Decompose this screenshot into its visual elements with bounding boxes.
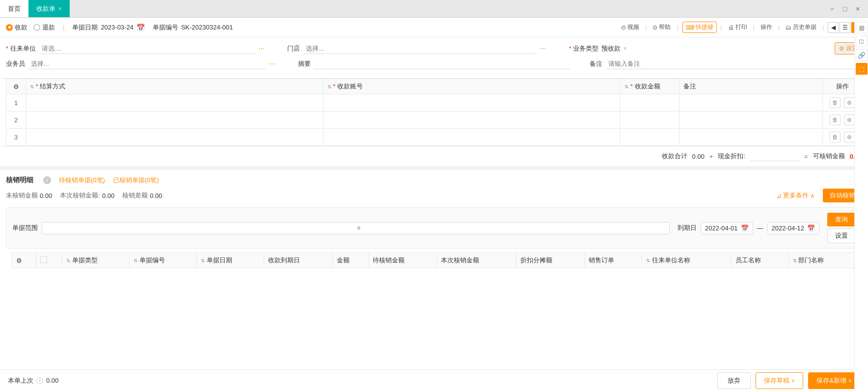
bottom-col-this-time: 本次核销金额 — [437, 253, 516, 268]
copy-icon[interactable]: ⊕ — [844, 132, 855, 142]
form-row-2: 业务员 ··· 摘要 备注 — [6, 58, 862, 69]
minimize-button[interactable]: − — [828, 4, 837, 13]
copy-icon[interactable]: ⊕ — [844, 97, 855, 108]
maximize-button[interactable]: □ — [841, 4, 849, 13]
receipt-radio[interactable]: 收款 — [6, 23, 27, 32]
account-cell[interactable] — [323, 129, 621, 146]
filter-icon: ⊿ — [776, 192, 782, 199]
operate-button[interactable]: 操作 — [759, 22, 774, 32]
help-icon: ⊙ — [652, 24, 657, 31]
info-icon[interactable]: i — [43, 176, 51, 184]
bottom-col-doc-type: ⇅ 单据类型 — [62, 253, 129, 268]
more-cond-label: 更多条件 — [783, 191, 809, 200]
save-draft-button[interactable]: 保存草稿 ∧ — [756, 372, 803, 389]
query-button[interactable]: 查询 — [827, 213, 856, 226]
save-new-button[interactable]: 保存&新增 ∧ — [808, 372, 860, 389]
unchecked-value: 0.00 — [40, 192, 52, 199]
shortcut-icon: ⌨ — [686, 24, 694, 31]
form-row-1: * 往来单位 ··· 门店 ··· * 业务类型 预收款 ▼ ⚙ 设置 — [6, 42, 862, 55]
remark-cell[interactable] — [679, 94, 823, 112]
close-button[interactable]: × — [853, 4, 862, 13]
bottom-col-dept: ⇅ 部门名称 — [788, 253, 856, 268]
save-draft-label: 保存草稿 — [764, 376, 789, 385]
chevron-up-icon: ∧ — [810, 192, 815, 199]
biz-type-arrow[interactable]: ▼ — [623, 46, 627, 51]
detail-table-row: 1 🗑 ⊕ — [6, 94, 862, 112]
unchecked-label: 未核销金额 — [6, 191, 38, 200]
setting-icon: ⚙ — [13, 83, 19, 90]
bottom-info-icon[interactable]: i — [36, 377, 43, 384]
abandon-button[interactable]: 放弃 — [717, 372, 751, 389]
shortcut-button[interactable]: ⌨ 快捷键 — [682, 22, 717, 33]
account-cell[interactable] — [323, 94, 621, 112]
done-tab[interactable]: 已核销单据(0笔) — [113, 176, 159, 185]
amount-cell[interactable] — [621, 129, 679, 146]
close-tab-icon[interactable]: × — [58, 5, 62, 12]
select-all-checkbox[interactable] — [40, 256, 47, 263]
more-conditions-button[interactable]: ⊿ 更多条件 ∧ — [776, 191, 815, 200]
calendar-icon[interactable]: 📅 — [136, 24, 145, 31]
amount-cell[interactable] — [621, 94, 679, 112]
gear-icon: ⚙ — [839, 45, 844, 52]
history-button[interactable]: 🗂 历史单据 — [784, 22, 818, 32]
tab-receipt[interactable]: 收款单 × — [28, 0, 70, 17]
bottom-col-setting[interactable]: ⚙ — [12, 253, 36, 268]
calendar-from-icon: 📅 — [741, 224, 749, 232]
tab-home[interactable]: 首页 — [0, 0, 28, 17]
help-label: 帮助 — [659, 23, 671, 31]
video-button[interactable]: ⊙ 视频 — [619, 22, 641, 32]
col-account-header: ⇅ * 收款账号 — [323, 79, 621, 94]
remark-input[interactable] — [605, 58, 862, 69]
sidebar-btn-1[interactable]: ▦ — [856, 22, 868, 33]
grid-view-button[interactable]: ☰ — [840, 22, 850, 33]
remark-label: 备注 — [590, 59, 605, 68]
date-to-input[interactable]: 2022-04-12 📅 — [767, 222, 820, 234]
bottom-col-check[interactable] — [36, 253, 62, 268]
col-settlement-header: ⇅ * 结算方式 — [26, 79, 324, 94]
settlement-cell[interactable] — [26, 112, 324, 129]
bottom-col-doc-date: ⇅ 单据日期 — [197, 253, 264, 268]
biz-type-value: 预收款 — [601, 44, 621, 53]
settlement-cell[interactable] — [26, 94, 324, 112]
remark-cell[interactable] — [679, 112, 823, 129]
delete-icon[interactable]: 🗑 — [830, 97, 841, 108]
delete-icon[interactable]: 🗑 — [830, 132, 841, 142]
refund-radio[interactable]: 退款 — [33, 23, 55, 32]
biz-type-label: * 业务类型 — [569, 44, 602, 53]
store-input[interactable] — [303, 43, 537, 54]
staff-more-button[interactable]: ··· — [266, 59, 278, 68]
copy-icon[interactable]: ⊕ — [844, 114, 855, 125]
sidebar-btn-3[interactable]: 🔗 — [856, 49, 868, 61]
list-view-button[interactable]: ◀ — [828, 22, 839, 33]
tab-home-label: 首页 — [8, 4, 21, 13]
help-button[interactable]: ⊙ 帮助 — [651, 22, 673, 32]
staff-input[interactable] — [28, 58, 266, 69]
verify-title: 核销明细 — [6, 176, 33, 185]
delete-icon[interactable]: 🗑 — [830, 114, 841, 125]
store-more-button[interactable]: ··· — [537, 44, 549, 53]
sidebar-btn-4[interactable]: ⬚ — [856, 63, 868, 75]
counterpart-input[interactable] — [39, 43, 255, 54]
date-range-filter: 到期日 2022-04-01 📅 — 2022-04-12 📅 — [678, 222, 819, 234]
amount-cell[interactable] — [621, 112, 679, 129]
filter-settings-button[interactable]: 设置 — [827, 228, 856, 243]
remark-cell[interactable] — [679, 129, 823, 146]
diff-stat: 核销差额 0.00 — [122, 191, 162, 200]
account-cell[interactable] — [323, 112, 621, 129]
summary-input[interactable] — [314, 58, 570, 69]
sidebar-btn-2[interactable]: ⊡ — [856, 35, 868, 47]
detail-table-row: 2 🗑 ⊕ — [6, 112, 862, 129]
range-select[interactable]: ▼ — [42, 222, 670, 234]
pending-tab[interactable]: 待核销单据(0笔) — [59, 176, 105, 185]
doc-type-radio-group: 收款 退款 — [6, 23, 55, 32]
shortcut-label: 快捷键 — [696, 23, 713, 31]
discount-input[interactable] — [750, 151, 799, 161]
counterpart-more-button[interactable]: ··· — [255, 44, 268, 53]
date-from-input[interactable]: 2022-04-01 📅 — [701, 222, 753, 234]
col-amount-header: ⇅ * 收款金额 — [621, 79, 679, 94]
col-setting-header[interactable]: ⚙ — [6, 79, 26, 94]
total-value: 0.00 — [692, 153, 705, 160]
settlement-cell[interactable] — [26, 129, 324, 146]
row-number: 1 — [6, 94, 26, 112]
print-button[interactable]: 🖨 打印 — [726, 22, 749, 32]
